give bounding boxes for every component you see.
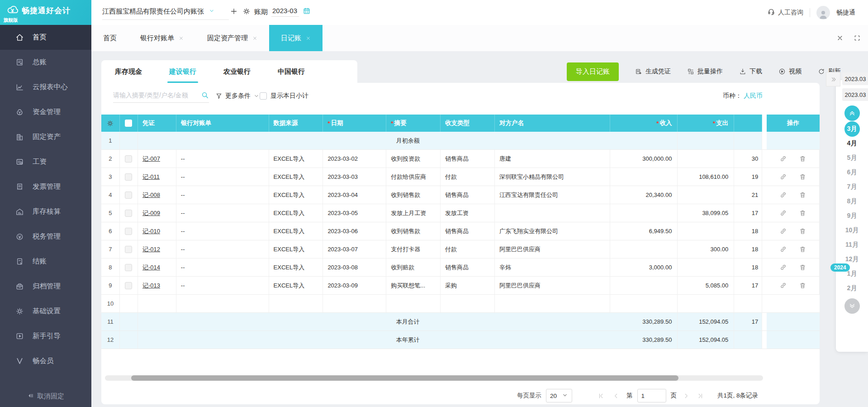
trash-icon[interactable] xyxy=(799,263,806,271)
sidebar-item-12[interactable]: 基础设置 xyxy=(0,299,91,324)
sidebar-item-10[interactable]: 结账 xyxy=(0,249,91,274)
sidebar-item-1[interactable]: 首页 xyxy=(0,25,91,50)
month-item-8月[interactable]: 8月 xyxy=(836,194,868,209)
fullscreen-icon[interactable] xyxy=(854,34,861,42)
horizontal-scrollbar-thumb[interactable] xyxy=(131,375,678,381)
trash-icon[interactable] xyxy=(799,155,806,163)
row-checkbox[interactable] xyxy=(125,210,132,217)
link-icon[interactable] xyxy=(779,191,787,199)
page-number-input[interactable] xyxy=(637,389,666,402)
link-icon[interactable] xyxy=(779,263,787,271)
search-icon[interactable] xyxy=(201,91,209,99)
download-button[interactable]: 下载 xyxy=(739,67,762,76)
period-value[interactable]: 2023-03 xyxy=(271,7,299,17)
avatar[interactable] xyxy=(816,6,830,19)
tab-2[interactable]: 银行对账单 xyxy=(128,25,195,51)
month-item-9月[interactable]: 9月 xyxy=(836,209,868,223)
add-account-button[interactable] xyxy=(230,7,238,17)
sidebar-item-14[interactable]: 畅会员 xyxy=(0,349,91,373)
currency-value[interactable]: 人民币 xyxy=(744,92,763,99)
trash-icon[interactable] xyxy=(799,173,806,181)
voucher-cell[interactable]: 记-007 xyxy=(138,150,176,168)
row-checkbox-cell[interactable] xyxy=(120,204,138,222)
tab-close-icon[interactable] xyxy=(252,36,257,41)
import-journal-button[interactable]: 导入日记账 xyxy=(567,62,619,81)
row-checkbox[interactable] xyxy=(125,173,132,181)
month-item-3月[interactable]: 3月 xyxy=(836,122,868,136)
daily-subtotal-toggle[interactable]: 显示本日小计 xyxy=(260,92,308,100)
row-checkbox[interactable] xyxy=(125,264,132,271)
more-conditions-button[interactable]: 更多条件 xyxy=(215,92,260,100)
period-box-selected[interactable]: 2023.03 xyxy=(842,88,868,101)
table-settings-gear-icon[interactable] xyxy=(101,115,120,132)
sidebar-item-4[interactable]: 资金管理 xyxy=(0,100,91,124)
scroll-months-down-icon[interactable] xyxy=(844,298,860,314)
trash-icon[interactable] xyxy=(799,245,806,253)
calendar-icon[interactable] xyxy=(303,7,311,17)
prev-page-icon[interactable] xyxy=(612,393,619,399)
row-checkbox-cell[interactable] xyxy=(120,240,138,258)
voucher-cell[interactable]: 记-012 xyxy=(138,240,176,258)
sidebar-item-6[interactable]: 工资 xyxy=(0,149,91,174)
row-checkbox-cell[interactable] xyxy=(120,222,138,240)
month-item-4月[interactable]: 4月 xyxy=(836,136,868,151)
tab-3[interactable]: 固定资产管理 xyxy=(195,25,269,51)
month-item-11月[interactable]: 11月 xyxy=(836,238,868,252)
month-item-10月[interactable]: 10月 xyxy=(836,223,868,238)
tab-1[interactable]: 首页 xyxy=(91,25,128,51)
tab-4[interactable]: 日记账 xyxy=(269,25,323,51)
row-checkbox-cell[interactable] xyxy=(120,186,138,204)
tab-close-icon[interactable] xyxy=(306,36,311,41)
first-page-icon[interactable] xyxy=(598,393,604,399)
bank-tab-4[interactable]: 中国银行 xyxy=(264,60,318,83)
month-item-6月[interactable]: 6月 xyxy=(836,165,868,180)
row-checkbox[interactable] xyxy=(125,282,132,289)
trash-icon[interactable] xyxy=(799,282,806,289)
month-item-7月[interactable]: 7月 xyxy=(836,180,868,194)
last-page-icon[interactable] xyxy=(697,393,704,399)
voucher-cell[interactable]: 记-008 xyxy=(138,186,176,204)
batch-button[interactable]: 批量操作 xyxy=(687,67,723,76)
sidebar-item-2[interactable]: 总账 xyxy=(0,50,91,75)
tab-close-icon[interactable] xyxy=(179,36,184,41)
voucher-cell[interactable]: 记-010 xyxy=(138,222,176,240)
row-checkbox[interactable] xyxy=(125,246,132,253)
month-item-5月[interactable]: 5月 xyxy=(836,151,868,165)
voucher-gen-button[interactable]: 生成凭证 xyxy=(635,67,671,76)
link-icon[interactable] xyxy=(779,173,787,181)
link-icon[interactable] xyxy=(779,245,787,253)
row-checkbox[interactable] xyxy=(125,155,132,163)
sidebar-item-7[interactable]: 发票管理 xyxy=(0,174,91,199)
daily-subtotal-checkbox[interactable] xyxy=(260,92,267,100)
sidebar-item-13[interactable]: 新手引导 xyxy=(0,324,91,349)
month-item-2月[interactable]: 2月 xyxy=(836,281,868,296)
row-checkbox[interactable] xyxy=(125,192,132,199)
account-settings-gear-icon[interactable] xyxy=(242,7,251,17)
trash-icon[interactable] xyxy=(799,191,806,199)
sidebar-item-5[interactable]: 固定资产 xyxy=(0,124,91,149)
sidebar-item-11[interactable]: 归档管理 xyxy=(0,274,91,299)
horizontal-scrollbar-track[interactable] xyxy=(105,375,763,381)
row-checkbox[interactable] xyxy=(125,228,132,235)
sidebar-item-3[interactable]: 云报表中心 xyxy=(0,75,91,100)
human-consult-button[interactable]: 人工咨询 xyxy=(767,8,803,17)
trash-icon[interactable] xyxy=(799,209,806,217)
link-icon[interactable] xyxy=(779,155,787,163)
search-input[interactable] xyxy=(113,91,201,99)
sidebar-item-8[interactable]: 库存核算 xyxy=(0,199,91,224)
voucher-cell[interactable]: 记-009 xyxy=(138,204,176,222)
close-icon[interactable] xyxy=(836,34,844,42)
bank-tab-1[interactable]: 库存现金 xyxy=(101,60,156,83)
link-icon[interactable] xyxy=(779,282,787,289)
unpin-sidebar-button[interactable]: 取消固定 xyxy=(0,392,91,401)
per-page-select[interactable]: 20 xyxy=(546,389,572,402)
row-checkbox-cell[interactable] xyxy=(120,277,138,294)
link-icon[interactable] xyxy=(779,227,787,235)
bank-tab-2[interactable]: 建设银行 xyxy=(156,60,210,83)
row-checkbox-cell[interactable] xyxy=(120,259,138,276)
period-box-top[interactable]: 2023.03 xyxy=(842,72,868,85)
trash-icon[interactable] xyxy=(799,227,806,235)
row-checkbox-cell[interactable] xyxy=(120,168,138,186)
voucher-cell[interactable]: 记-011 xyxy=(138,168,176,186)
voucher-cell[interactable]: 记-013 xyxy=(138,277,176,294)
